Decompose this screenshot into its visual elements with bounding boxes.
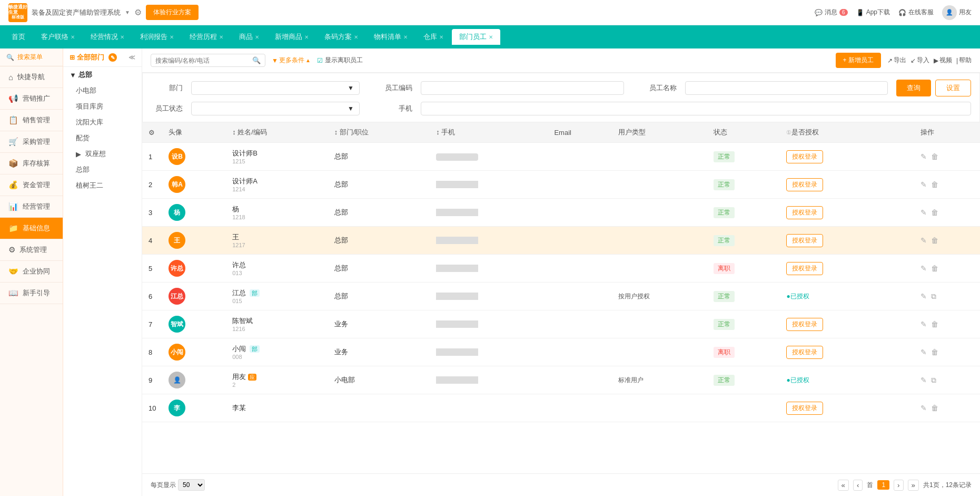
nav-item-system[interactable]: ⚙ 系统管理 (0, 239, 63, 261)
auth-button[interactable]: 授权登录 (786, 150, 823, 163)
dept-item-zswe[interactable]: 植树王二 (63, 178, 142, 193)
delete-icon[interactable]: 🗑 (931, 404, 938, 412)
edit-icon[interactable]: ✎ (920, 292, 927, 300)
auth-button[interactable]: 授权登录 (786, 346, 823, 359)
tab-home[interactable]: 首页 (4, 29, 33, 45)
close-icon[interactable]: ✕ (71, 34, 75, 40)
per-page-select[interactable]: 50 10 20 100 (178, 479, 205, 491)
dept-collapse-btn[interactable]: ≪ (128, 54, 135, 61)
last-page-btn[interactable]: » (908, 480, 919, 491)
auth-button[interactable]: 授权登录 (786, 234, 823, 247)
close-icon[interactable]: ✕ (304, 34, 309, 40)
import-btn[interactable]: ↙ 导入 (910, 56, 929, 65)
close-icon[interactable]: ✕ (354, 34, 358, 40)
tab-warehouse[interactable]: 仓库 ✕ (416, 29, 451, 45)
app-download-item[interactable]: 📱 App下载 (856, 8, 890, 17)
nav-item-stock[interactable]: 📦 库存核算 (0, 153, 63, 174)
emp-status-select[interactable]: ▼ (191, 102, 360, 115)
tab-department[interactable]: 部门员工 ✕ (452, 29, 500, 45)
edit-icon[interactable]: ✎ (920, 152, 927, 161)
help-btn[interactable]: | 帮助 (956, 56, 972, 65)
tab-customer[interactable]: 客户联络 ✕ (34, 29, 82, 45)
auth-button[interactable]: 授权登录 (786, 206, 823, 219)
dept-item-xmkf[interactable]: 项目库房 (63, 99, 142, 114)
close-icon[interactable]: ✕ (255, 34, 259, 40)
phone-input[interactable] (421, 102, 971, 115)
auth-button[interactable]: 授权登录 (786, 178, 823, 191)
emp-name-input[interactable] (685, 81, 888, 95)
search-input[interactable] (155, 57, 250, 64)
set-button[interactable]: 设置 (935, 80, 971, 96)
msg-item[interactable]: 💬 消息 6 (815, 8, 848, 17)
copy-icon[interactable]: ⧉ (931, 292, 936, 301)
auth-button[interactable]: 授权登录 (786, 262, 823, 275)
dept-item-head[interactable]: ▼ 总部 (63, 67, 142, 83)
tab-barcode[interactable]: 条码方案 ✕ (317, 29, 365, 45)
close-icon[interactable]: ✕ (120, 34, 124, 40)
edit-icon[interactable]: ✎ (920, 264, 927, 273)
tab-bom[interactable]: 物料清单 ✕ (367, 29, 415, 45)
delete-icon[interactable]: 🗑 (931, 320, 938, 328)
dept-item-ph[interactable]: 配货 (63, 130, 142, 146)
tab-history[interactable]: 经营历程 ✕ (182, 29, 231, 45)
dept-select[interactable]: ▼ (191, 81, 360, 95)
delete-icon[interactable]: 🗑 (931, 208, 938, 217)
trial-button[interactable]: 体验行业方案 (146, 5, 199, 20)
col-dept[interactable]: ↕ 部门/职位 (328, 122, 430, 143)
prev-page-btn[interactable]: ‹ (853, 480, 863, 491)
tab-add-goods[interactable]: 新增商品 ✕ (268, 29, 316, 45)
nav-item-collab[interactable]: 🤝 企业协同 (0, 261, 63, 283)
nav-item-marketing[interactable]: 📢 营销推广 (0, 88, 63, 110)
col-name[interactable]: ↕ 姓名/编码 (226, 122, 328, 143)
emp-code-input[interactable] (421, 81, 624, 95)
system-dropdown-icon[interactable]: ▼ (125, 9, 130, 15)
add-employee-button[interactable]: + 新增员工 (836, 53, 881, 68)
nav-item-guide[interactable]: 📖 新手引导 (0, 283, 63, 304)
online-service-item[interactable]: 🎧 在线客服 (898, 8, 934, 17)
nav-item-finance[interactable]: 💰 资金管理 (0, 174, 63, 196)
edit-icon[interactable]: ✎ (920, 404, 927, 412)
nav-item-basic[interactable]: 📁 基础信息 (0, 218, 63, 239)
show-resigned-toggle[interactable]: ☑ 显示离职员工 (317, 56, 363, 65)
more-filters-btn[interactable]: ▼ 更多条件 ▲ (272, 56, 311, 65)
next-page-btn[interactable]: › (894, 480, 903, 491)
dept-item-sydk[interactable]: 沈阳大库 (63, 114, 142, 130)
edit-icon[interactable]: ✎ (920, 236, 927, 245)
nav-item-purchase[interactable]: 🛒 采购管理 (0, 131, 63, 153)
dept-item-zb[interactable]: 总部 (63, 162, 142, 178)
view-btn[interactable]: ▶ 视频 (934, 56, 952, 65)
close-icon[interactable]: ✕ (219, 34, 223, 40)
edit-icon[interactable]: ✎ (920, 348, 927, 356)
tab-profit[interactable]: 利润报告 ✕ (133, 29, 181, 45)
dept-item-szx[interactable]: ▶ 双座想 (63, 146, 142, 162)
close-icon[interactable]: ✕ (403, 34, 408, 40)
delete-icon[interactable]: 🗑 (931, 236, 938, 245)
close-icon[interactable]: ✕ (170, 34, 174, 40)
edit-icon[interactable]: ✎ (920, 208, 927, 217)
query-button[interactable]: 查询 (896, 80, 931, 96)
user-item[interactable]: 👤 用友 (942, 5, 972, 20)
dept-item-xdb[interactable]: 小电部 (63, 83, 142, 99)
col-phone[interactable]: ↕ 手机 (430, 122, 548, 143)
delete-icon[interactable]: 🗑 (931, 348, 938, 356)
first-page-btn[interactable]: « (838, 480, 849, 491)
current-page[interactable]: 1 (877, 480, 889, 490)
delete-icon[interactable]: 🗑 (931, 264, 938, 273)
auth-button[interactable]: 授权登录 (786, 318, 823, 331)
copy-icon[interactable]: ⧉ (931, 376, 936, 385)
nav-item-sales[interactable]: 📋 销售管理 (0, 110, 63, 131)
nav-item-shortcut[interactable]: ⌂ 快捷导航 (0, 66, 63, 88)
tab-operation[interactable]: 经营情况 ✕ (83, 29, 132, 45)
close-icon[interactable]: ✕ (439, 34, 443, 40)
dept-header-label[interactable]: 全部部门 (77, 53, 104, 62)
delete-icon[interactable]: 🗑 (931, 180, 938, 189)
nav-item-operation[interactable]: 📊 经营管理 (0, 196, 63, 218)
auth-button[interactable]: 授权登录 (786, 402, 823, 415)
edit-icon[interactable]: ✎ (920, 180, 927, 189)
export-btn[interactable]: ↗ 导出 (887, 56, 906, 65)
edit-icon[interactable]: ✎ (920, 320, 927, 328)
edit-icon[interactable]: ✎ (920, 376, 927, 384)
tab-goods[interactable]: 商品 ✕ (232, 29, 266, 45)
delete-icon[interactable]: 🗑 (931, 152, 938, 161)
close-icon[interactable]: ✕ (489, 34, 493, 40)
